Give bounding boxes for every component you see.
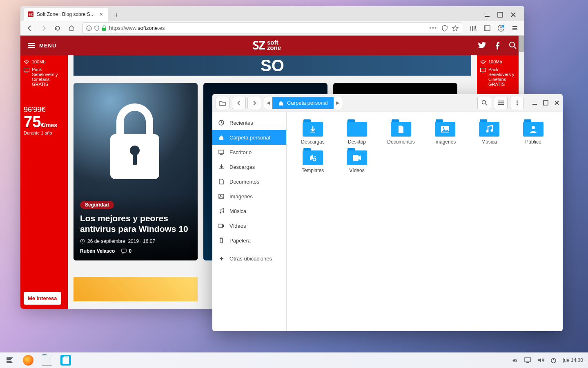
facebook-icon[interactable] (493, 41, 501, 49)
lock-icon (102, 25, 107, 31)
sidebar-item-image[interactable]: Imágenes (212, 189, 286, 204)
hamburger-icon (28, 43, 35, 48)
svg-point-10 (502, 25, 504, 27)
volume-tray-icon[interactable] (537, 357, 544, 363)
close-window-button[interactable] (510, 11, 517, 18)
forward-button[interactable] (38, 22, 50, 34)
path-prev-icon[interactable]: ◀ (264, 100, 272, 105)
sidebar-button[interactable] (481, 22, 493, 34)
folder-item[interactable]: Imágenes (424, 119, 466, 145)
power-tray-icon[interactable] (550, 357, 557, 364)
svg-point-23 (516, 102, 517, 103)
taskbar: es jue 14:30 (0, 352, 588, 368)
site-identity[interactable] (86, 25, 107, 31)
minimize-button[interactable] (483, 11, 491, 18)
twitter-icon[interactable] (477, 41, 486, 50)
sidebar-item-home[interactable]: Carpeta personal (212, 130, 286, 145)
folder-item[interactable]: Música (468, 119, 510, 145)
new-tab-button[interactable]: + (111, 9, 122, 21)
clock-icon (218, 120, 225, 126)
fm-forward-button[interactable] (247, 97, 261, 109)
browser-tab[interactable]: SZ Soft Zone : Blog sobre S… × (24, 8, 108, 21)
folder-label: Templates (302, 168, 324, 173)
sidebar-item-doc[interactable]: Documentos (212, 174, 286, 189)
svg-rect-7 (484, 26, 486, 31)
article-author[interactable]: Rubén Velasco (80, 248, 115, 254)
sidebar-item-plus[interactable]: Otras ubicaciones (212, 251, 286, 266)
fm-places-button[interactable] (216, 97, 229, 109)
page-actions-icon[interactable]: ••• (429, 25, 437, 31)
window-controls (483, 11, 521, 21)
article-card[interactable] (74, 277, 198, 301)
folder-item[interactable]: Desktop (336, 119, 378, 145)
svg-rect-1 (498, 12, 503, 17)
start-menu-button[interactable] (5, 355, 15, 365)
keyboard-indicator[interactable]: es (512, 357, 518, 363)
sidebar-item-video[interactable]: Vídeos (212, 218, 286, 233)
path-next-icon[interactable]: ▶ (334, 100, 342, 105)
sidebar-item-trash[interactable]: Papelera (212, 233, 286, 248)
left-ad-panel[interactable]: 100Mb Pack Serielovers y Cinefans GRATIS… (20, 55, 68, 309)
account-button[interactable] (495, 22, 507, 34)
folder-item[interactable]: Documentos (380, 119, 422, 145)
tab-close-button[interactable]: × (98, 11, 104, 17)
fm-folder-grid[interactable]: DescargasDesktopDocumentosImágenesMúsica… (287, 112, 563, 331)
taskbar-software-icon[interactable] (60, 355, 71, 366)
sidebar-item-music[interactable]: Música (212, 204, 286, 218)
search-icon[interactable] (509, 41, 517, 49)
article-card[interactable]: Seguridad Los mejores y peores antivirus… (74, 83, 198, 260)
fm-view-toggle-button[interactable] (494, 97, 508, 109)
taskbar-files-icon[interactable] (42, 355, 52, 366)
wifi-icon (24, 60, 29, 65)
ad-cta-button[interactable]: Me interesa (24, 292, 61, 305)
svg-point-11 (510, 42, 514, 47)
article-tag[interactable]: Seguridad (80, 201, 114, 209)
fm-search-button[interactable] (477, 97, 491, 109)
fm-back-button[interactable] (232, 97, 246, 109)
fm-close-button[interactable] (554, 100, 559, 105)
display-tray-icon[interactable] (524, 357, 531, 363)
taskbar-firefox-icon[interactable] (23, 355, 33, 366)
site-logo[interactable]: SZ softzone (252, 39, 281, 52)
reload-button[interactable] (51, 22, 64, 34)
folder-item[interactable]: Descargas (292, 119, 334, 145)
svg-point-18 (482, 101, 486, 104)
sidebar-item-desktop[interactable]: Escritorio (212, 145, 286, 159)
maximize-button[interactable] (497, 11, 504, 18)
fm-maximize-button[interactable] (543, 100, 548, 105)
folder-item[interactable]: Vídeos (336, 148, 378, 173)
clock[interactable]: jue 14:30 (563, 357, 583, 363)
sidebar-item-label: Carpeta personal (229, 135, 270, 141)
svg-rect-29 (220, 154, 223, 155)
bookmark-star-icon[interactable] (452, 25, 459, 31)
tracking-shield-icon[interactable] (441, 25, 448, 31)
svg-point-41 (313, 158, 316, 161)
ad-price: 96'99€ 75€/mes Durante 1 año (24, 105, 65, 135)
svg-rect-26 (543, 101, 548, 105)
svg-point-24 (516, 104, 517, 105)
app-menu-button[interactable] (509, 22, 521, 34)
banner-fragment: SO (74, 55, 471, 76)
back-button[interactable] (24, 22, 36, 34)
home-icon (278, 100, 284, 106)
address-bar[interactable]: https://www.softzone.es ••• (82, 22, 462, 34)
home-button[interactable] (65, 22, 78, 34)
svg-rect-46 (553, 358, 554, 360)
sidebar-item-label: Documentos (229, 179, 259, 185)
svg-point-32 (220, 212, 221, 213)
path-current[interactable]: Carpeta personal (272, 97, 334, 109)
site-menu-button[interactable]: MENÚ (28, 43, 56, 49)
folder-icon (523, 119, 543, 137)
folder-item[interactable]: Templates (292, 148, 334, 173)
sidebar-item-clock[interactable]: Recientes (212, 115, 286, 130)
sidebar-item-download[interactable]: Descargas (212, 159, 286, 174)
fm-pathbar[interactable]: ◀ Carpeta personal ▶ (264, 97, 342, 109)
fm-menu-button[interactable] (510, 97, 524, 109)
fm-minimize-button[interactable] (532, 100, 537, 105)
svg-rect-15 (122, 249, 126, 252)
folder-item[interactable]: Público (512, 119, 555, 145)
svg-rect-0 (485, 16, 490, 17)
folder-label: Documentos (387, 139, 414, 145)
library-button[interactable] (467, 22, 479, 34)
folder-icon (303, 148, 323, 165)
